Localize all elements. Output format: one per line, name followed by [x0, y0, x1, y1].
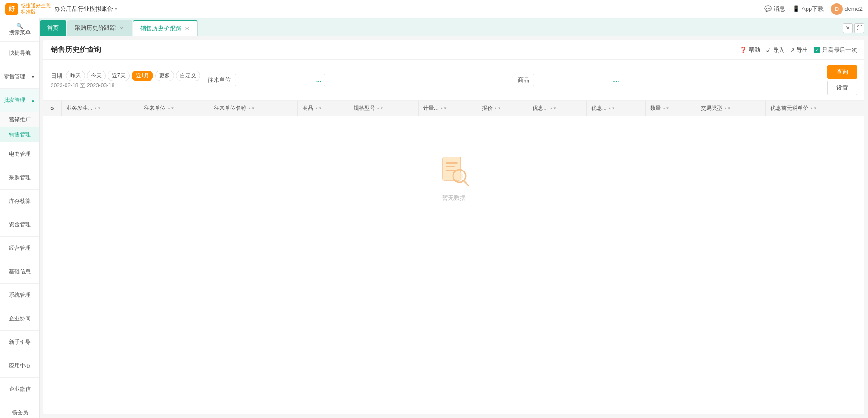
sort-arrows-trade-type: ▲▼	[724, 107, 731, 110]
help-button[interactable]: ❓ 帮助	[740, 46, 760, 54]
partner-filter-label: 往来单位	[208, 76, 231, 84]
chevron-down-icon: ▼	[30, 74, 36, 80]
date-btn-more[interactable]: 更多	[155, 71, 174, 81]
sidebar-item-member[interactable]: 畅会员	[0, 401, 39, 418]
sidebar-item-retail[interactable]: 零售管理 ▼	[0, 65, 39, 89]
column-trade-type[interactable]: 交易类型 ▲▼	[696, 101, 765, 116]
export-icon: ↗	[790, 47, 795, 53]
partner-input-wrapper: ...	[235, 74, 325, 86]
import-button[interactable]: ↙ 导入	[766, 46, 784, 54]
goods-filter-label: 商品	[518, 76, 529, 84]
export-button[interactable]: ↗ 导出	[790, 46, 808, 54]
tab-close-sales-icon[interactable]: ✕	[184, 26, 190, 32]
sort-arrows-discount1: ▲▼	[549, 107, 557, 110]
sidebar-item-ops[interactable]: 经营管理	[0, 237, 39, 260]
message-button[interactable]: 💬 消息	[764, 5, 785, 13]
sidebar-item-wechat[interactable]: 企业微信	[0, 378, 39, 401]
top-bar-right: 💬 消息 📱 App下载 D demo2	[764, 3, 863, 15]
page-body: 销售历史价查询 ❓ 帮助 ↙ 导入 ↗ 导出	[43, 40, 864, 414]
date-btn-1month[interactable]: 近1月	[132, 71, 154, 81]
sidebar-item-finance[interactable]: 资金管理	[0, 213, 39, 237]
column-quote-price[interactable]: 报价 ▲▼	[477, 101, 528, 116]
filter-partner-group: 往来单位 ...	[208, 74, 510, 86]
settings-button[interactable]: 设置	[827, 81, 857, 95]
column-spec[interactable]: 规格型号 ▲▼	[349, 101, 418, 116]
tab-purchase-history[interactable]: 采购历史价跟踪 ✕	[67, 20, 132, 36]
sidebar: 🔍 搜索菜单 快捷导航 零售管理 ▼ 批发管理 ▲ 营销推广 销售管理 电商管理…	[0, 18, 40, 418]
download-icon: 📱	[793, 5, 800, 12]
sidebar-item-marketing[interactable]: 营销推广	[0, 112, 39, 127]
filter-area: 日期 昨天 今天 近7天 近1月 更多 自定义 2023-02-18 至 202…	[43, 60, 864, 101]
page-title: 销售历史价查询	[51, 45, 101, 55]
chevron-down-icon: ▾	[115, 6, 117, 11]
top-bar-left: 好 畅捷通好生意 标准版 办公用品行业模拟账套 ▾	[5, 3, 117, 15]
filter-date-section: 日期 昨天 今天 近7天 近1月 更多 自定义 2023-02-18 至 202…	[51, 71, 200, 90]
column-goods[interactable]: 商品 ▲▼	[298, 101, 349, 116]
tab-close-purchase-icon[interactable]: ✕	[118, 25, 124, 31]
partner-dots-button[interactable]: ...	[315, 76, 321, 84]
sort-arrows-qty: ▲▼	[662, 107, 670, 110]
column-partner-code[interactable]: 往来单位 ▲▼	[139, 101, 209, 116]
filter-date-group: 日期 昨天 今天 近7天 近1月 更多 自定义	[51, 71, 200, 81]
date-btn-7days[interactable]: 近7天	[108, 71, 130, 81]
tab-close-all-button[interactable]: ✕	[843, 23, 853, 33]
tab-sales-history[interactable]: 销售历史价跟踪 ✕	[133, 20, 198, 36]
svg-point-5	[455, 172, 463, 180]
page-header: 销售历史价查询 ❓ 帮助 ↙ 导入 ↗ 导出	[43, 40, 864, 60]
sidebar-item-wholesale[interactable]: 批发管理 ▲	[0, 89, 39, 112]
content-area: 首页 采购历史价跟踪 ✕ 销售历史价跟踪 ✕ ✕ ⛶ 销售历史价查询	[40, 18, 868, 418]
sort-arrows-pretax-price: ▲▼	[810, 107, 817, 110]
sidebar-item-inventory[interactable]: 库存核算	[0, 190, 39, 213]
sidebar-item-newguide[interactable]: 新手引导	[0, 331, 39, 354]
sort-arrows-partner-code: ▲▼	[167, 107, 174, 110]
sidebar-item-system[interactable]: 系统管理	[0, 284, 39, 307]
query-button[interactable]: 查询	[827, 65, 857, 79]
goods-input-wrapper: ...	[533, 74, 623, 86]
sidebar-item-appcenter[interactable]: 应用中心	[0, 354, 39, 378]
sidebar-item-basic[interactable]: 基础信息	[0, 260, 39, 284]
column-partner-name[interactable]: 往来单位名称 ▲▼	[209, 101, 298, 116]
column-pretax-price[interactable]: 优惠前无税单价 ▲▼	[766, 101, 864, 116]
app-selector-label: 办公用品行业模拟账套	[54, 5, 113, 13]
date-btn-today[interactable]: 今天	[87, 71, 106, 81]
sidebar-item-sales[interactable]: 销售管理	[0, 127, 39, 142]
sidebar-item-search[interactable]: 🔍 搜索菜单	[0, 18, 39, 42]
sidebar-item-shortcut[interactable]: 快捷导航	[0, 42, 39, 65]
top-bar: 好 畅捷通好生意 标准版 办公用品行业模拟账套 ▾ 💬 消息 📱 App下载 D…	[0, 0, 868, 18]
partner-input[interactable]	[239, 77, 315, 84]
column-discount1[interactable]: 优惠... ▲▼	[528, 101, 587, 116]
goods-input[interactable]	[537, 77, 613, 84]
sort-arrows-biz-date: ▲▼	[94, 107, 101, 110]
page-content: 销售历史价查询 ❓ 帮助 ↙ 导入 ↗ 导出	[40, 36, 868, 418]
sidebar-item-ecommerce[interactable]: 电商管理	[0, 142, 39, 166]
logo-area: 好 畅捷通好生意 标准版	[5, 3, 51, 15]
app-download-button[interactable]: 📱 App下载	[793, 5, 824, 13]
date-btn-yesterday[interactable]: 昨天	[66, 71, 85, 81]
empty-illustration	[436, 152, 472, 189]
main-layout: 🔍 搜索菜单 快捷导航 零售管理 ▼ 批发管理 ▲ 营销推广 销售管理 电商管理…	[0, 18, 868, 418]
column-biz-date[interactable]: 业务发生... ▲▼	[61, 101, 139, 116]
app-logo-text: 畅捷通好生意 标准版	[21, 3, 51, 14]
date-filter-label: 日期	[51, 72, 62, 80]
sort-arrows-discount2: ▲▼	[608, 107, 615, 110]
gear-icon[interactable]: ⚙	[50, 105, 55, 112]
sidebar-item-enterprise[interactable]: 企业协同	[0, 307, 39, 331]
search-icon: 🔍	[16, 23, 23, 29]
table-area: ⚙ 业务发生... ▲▼	[43, 101, 864, 238]
only-last-checkbox-label[interactable]: ✓ 只看最后一次	[814, 46, 857, 54]
tab-maximize-button[interactable]: ⛶	[854, 23, 864, 33]
filter-right-buttons: 查询 设置	[827, 65, 857, 95]
sort-arrows-quote-price: ▲▼	[494, 107, 501, 110]
user-button[interactable]: D demo2	[831, 3, 863, 15]
date-btn-custom[interactable]: 自定义	[176, 71, 200, 81]
chevron-up-icon: ▲	[30, 97, 36, 104]
app-selector[interactable]: 办公用品行业模拟账套 ▾	[54, 5, 117, 13]
column-unit[interactable]: 计量... ▲▼	[419, 101, 477, 116]
tab-home[interactable]: 首页	[40, 20, 66, 36]
column-qty[interactable]: 数量 ▲▼	[645, 101, 696, 116]
column-discount2[interactable]: 优惠... ▲▼	[586, 101, 645, 116]
goods-dots-button[interactable]: ...	[613, 76, 619, 84]
svg-rect-3	[446, 170, 456, 171]
sidebar-item-purchase[interactable]: 采购管理	[0, 166, 39, 190]
svg-line-6	[464, 181, 468, 185]
